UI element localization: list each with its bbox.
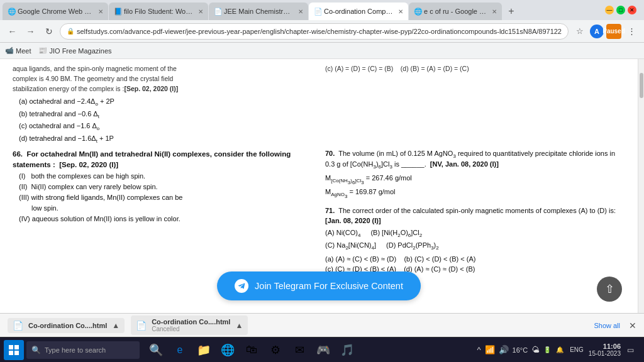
close-download-bar-button[interactable]: ✕	[629, 321, 636, 331]
tab-close-5[interactable]: ✕	[492, 8, 497, 15]
lock-icon: 🔒	[67, 28, 74, 35]
tab-favicon-2: 📘	[114, 8, 121, 15]
tab-jee-chemistry[interactable]: 📄 JEE Main Chemistry Question Pa... ✕	[209, 3, 308, 20]
content-area: aqua ligands, and the spin-only magnetic…	[0, 59, 644, 313]
download-item-2[interactable]: 📄 Co-ordination Co....html Cancelled ▲	[131, 315, 248, 335]
tab-google-search[interactable]: 🌐 e c of ru - Google Search ✕	[409, 3, 502, 20]
question-66: 66. For octahedral Mn(II) and tetrahedra…	[13, 149, 313, 224]
taskbar-apps: 🔍 e 📁 🌐 🛍 ⚙ ✉ 🎮 🎵	[145, 339, 358, 361]
tab-bar: 🌐 Google Chrome Web Browser ✕ 📘 filo Fil…	[3, 0, 605, 20]
telegram-icon	[235, 279, 248, 293]
tray-battery-icon: 🔋	[543, 346, 551, 353]
scroll-top-button[interactable]: ⇧	[597, 277, 622, 302]
svg-rect-3	[14, 351, 19, 355]
new-tab-button[interactable]: +	[502, 3, 520, 20]
start-button[interactable]	[4, 340, 24, 360]
document-content: aqua ligands, and the spin-only magnetic…	[0, 59, 638, 313]
close-button[interactable]: ✕	[628, 6, 636, 14]
minimize-button[interactable]: —	[605, 6, 614, 14]
taskbar-search-box[interactable]: 🔍 Type here to search	[26, 341, 140, 359]
back-button[interactable]: ←	[5, 23, 19, 40]
bookmark-star-button[interactable]: ☆	[572, 24, 587, 39]
svg-rect-2	[9, 351, 13, 355]
telegram-banner-wrapper: Join Telegram For Exclusive Content	[217, 272, 421, 300]
tab-close-4[interactable]: ✕	[398, 8, 403, 15]
windows-logo-icon	[9, 345, 19, 355]
bookmarks-bar: 📹 Meet 📰 JIO Free Magazines	[0, 43, 644, 59]
download-info-2: Co-ordination Co....html Cancelled	[152, 318, 230, 332]
question-70: 70. The volume (in mL) of 0.125 M AgNO3 …	[325, 149, 625, 200]
system-tray: ^ 📶 🔊 16°C 🌤 🔋 🔔 ENG	[477, 345, 584, 354]
reload-button[interactable]: ↻	[42, 23, 56, 40]
tab-favicon-4: 📄	[314, 8, 321, 15]
tab-label-1: Google Chrome Web Browser	[18, 8, 93, 15]
taskbar: 🔍 Type here to search 🔍 e 📁 🌐 🛍 ⚙ ✉ 🎮 🎵 …	[0, 337, 644, 362]
option-d-q65: (d) tetrahedral and −1.6Δt + 1P	[19, 134, 313, 145]
download-name-1: Co-ordination Co....html	[28, 322, 107, 329]
forward-button[interactable]: →	[23, 23, 38, 40]
tray-network[interactable]: 📶	[485, 345, 495, 354]
q66-statement-IV: (IV) aqueous solution of Mn(II) ions is …	[19, 214, 313, 224]
nav-actions: ☆ A Paused ⋮	[572, 24, 639, 39]
tab-label-3: JEE Main Chemistry Question Pa...	[224, 8, 293, 15]
bookmark-jio[interactable]: 📰 JIO Free Magazines	[38, 47, 111, 55]
q66-statement-III: (III) with strong field ligands, Mn(II) …	[19, 193, 313, 203]
tab-favicon-5: 🌐	[414, 8, 421, 15]
tab-close-3[interactable]: ✕	[298, 8, 303, 15]
navigation-bar: ← → ↻ 🔒 selfstudys.com/advance-pdf-viewe…	[0, 20, 644, 43]
maximize-button[interactable]: □	[616, 6, 625, 14]
download-file-icon-1: 📄	[13, 321, 23, 331]
show-desktop-button[interactable]: ▭	[625, 346, 636, 354]
q66-statement-II: (II) Ni(II) complex can very rarely belo…	[19, 182, 313, 192]
taskbar-clock[interactable]: 11:06 15-01-2023	[589, 343, 621, 357]
download-item-1[interactable]: 📄 Co-ordination Co....html ▲	[8, 318, 125, 333]
tab-coordination-compounds[interactable]: 📄 Co-ordination Compounds JEE M... ✕	[309, 3, 408, 20]
q66-title: 66. For octahedral Mn(II) and tetrahedra…	[13, 149, 313, 170]
telegram-button[interactable]: Join Telegram For Exclusive Content	[217, 272, 421, 300]
taskbar-app-media[interactable]: 🎵	[336, 339, 358, 361]
taskbar-app-store[interactable]: 🛍	[240, 339, 263, 361]
title-bar: 🌐 Google Chrome Web Browser ✕ 📘 filo Fil…	[0, 0, 644, 20]
tray-volume[interactable]: 🔊	[499, 345, 509, 354]
svg-rect-0	[9, 345, 13, 349]
download-chevron-1[interactable]: ▲	[112, 321, 119, 330]
tab-close-2[interactable]: ✕	[198, 8, 203, 15]
taskbar-app-game[interactable]: 🎮	[312, 339, 335, 361]
telegram-svg	[237, 282, 246, 290]
tab-filo[interactable]: 📘 filo Filo Student: World's Only Live I…	[109, 3, 208, 20]
taskbar-app-edge[interactable]: e	[169, 339, 191, 361]
download-chevron-2[interactable]: ▲	[235, 321, 243, 330]
menu-button[interactable]: ⋮	[624, 24, 639, 39]
option-c-q65: (c) octahedral and −1.6 Δo	[19, 121, 313, 133]
bookmark-meet[interactable]: 📹 Meet	[5, 47, 31, 55]
address-bar[interactable]: 🔒 selfstudys.com/advance-pdf-viewer/jee-…	[60, 23, 569, 40]
download-bar: 📄 Co-ordination Co....html ▲ 📄 Co-ordina…	[0, 313, 644, 337]
clock-time: 11:06	[589, 343, 621, 350]
show-all-downloads-button[interactable]: Show all	[594, 322, 620, 329]
tray-weather[interactable]: 🌤	[531, 345, 540, 354]
taskbar-app-settings[interactable]: ⚙	[264, 339, 287, 361]
svg-rect-1	[14, 345, 19, 349]
profile-button[interactable]: A	[590, 25, 604, 38]
taskbar-app-cortana[interactable]: 🔍	[145, 339, 167, 361]
paused-badge[interactable]: Paused	[606, 24, 621, 39]
taskbar-app-fileexplorer[interactable]: 📁	[192, 339, 215, 361]
tray-notification-icon[interactable]: 🔔	[555, 346, 565, 353]
taskbar-app-mail[interactable]: ✉	[288, 339, 311, 361]
tray-chevron[interactable]: ^	[477, 345, 480, 354]
taskbar-right: ^ 📶 🔊 16°C 🌤 🔋 🔔 ENG 11:06 15-01-2023 ▭	[477, 343, 640, 357]
scrollbar[interactable]	[638, 59, 644, 313]
scroll-thumb[interactable]	[640, 73, 643, 98]
tab-close-1[interactable]: ✕	[98, 8, 103, 15]
download-name-2: Co-ordination Co....html	[152, 318, 230, 326]
tab-google-chrome[interactable]: 🌐 Google Chrome Web Browser ✕	[3, 3, 108, 20]
tab-favicon-1: 🌐	[8, 8, 15, 15]
clipped-text-right: (c) (A) = (D) = (C) = (B) (d) (B) = (A) …	[325, 64, 625, 74]
telegram-label: Join Telegram For Exclusive Content	[255, 281, 403, 291]
taskbar-app-chrome[interactable]: 🌐	[216, 339, 239, 361]
jio-icon: 📰	[38, 47, 47, 55]
taskbar-search-placeholder: Type here to search	[45, 346, 106, 354]
address-text: selfstudys.com/advance-pdf-viewer/jee-pr…	[77, 28, 562, 35]
tab-label-2: filo Filo Student: World's Only Live In.…	[124, 8, 193, 15]
q71-option-C: (C) Na2[Ni(CN)4]	[325, 241, 376, 252]
